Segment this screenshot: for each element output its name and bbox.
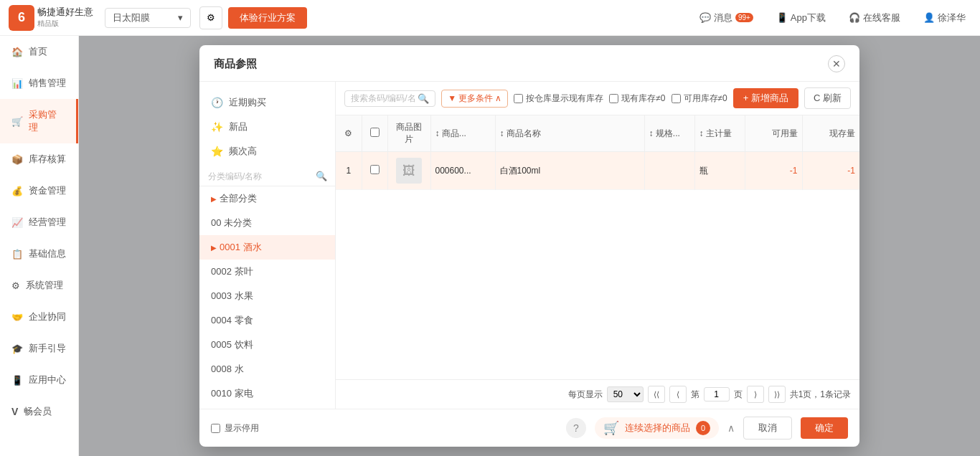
col-checkbox[interactable] [362,115,387,152]
col-name-header[interactable]: ↕ 商品名称 [495,115,644,152]
app-layout: 🏠 首页 📊 销售管理 🛒 采购管理 📦 库存核算 💰 资金管理 📈 经营管理 … [0,36,980,456]
total-records-label: 共1页，1条记录 [790,389,851,401]
sidebar-item-base[interactable]: 📋 基础信息 [0,238,78,270]
sidebar-item-finance[interactable]: 💰 资金管理 [0,175,78,206]
category-0003[interactable]: 0003 水果 [199,284,335,308]
col-code-header[interactable]: ↕ 商品... [430,115,495,152]
show-disabled-checkbox[interactable] [211,424,220,433]
col-spec-header[interactable]: ↕ 规格... [644,115,694,152]
next-page-button[interactable]: ⟩ [747,386,764,403]
branch-dropdown[interactable]: 日太阳膜 ▾ [105,8,191,28]
app-label: App下载 [791,11,826,24]
available-stock-checkbox-label[interactable]: 可用库存≠0 [672,92,727,105]
star-icon: ⭐ [211,146,223,157]
modal-left-panel: 🕐 近期购买 ✨ 新品 ⭐ 频次高 [199,82,336,409]
show-disabled-label[interactable]: 显示停用 [211,422,259,434]
col-avail-header: 可用量 [745,115,802,152]
filter-button[interactable]: ▼ 更多条件 ∧ [441,90,508,108]
service-label: 在线客服 [863,11,900,24]
cancel-button[interactable]: 取消 [743,417,792,440]
app-download-button[interactable]: 📱 App下载 [776,11,826,24]
cart-label: 连续选择的商品 [625,422,690,434]
modal-close-button[interactable]: ✕ [828,55,845,72]
row-image-cell: 🖼 [387,152,430,190]
home-icon: 🏠 [11,47,23,57]
settings-button[interactable]: ⚙ [199,6,222,29]
image-icon: 🖼 [402,163,415,179]
row-checkbox[interactable] [370,165,380,174]
sidebar-label-apps: 应用中心 [29,374,66,386]
per-page-label: 每页显示 [568,389,603,401]
cart-area: 🛒 连续选择的商品 0 [595,417,719,439]
last-page-button[interactable]: ⟩⟩ [768,386,786,403]
category-search-input[interactable] [208,171,316,181]
available-stock-label: 可用库存≠0 [684,92,727,105]
add-product-button[interactable]: + 新增商品 [733,88,798,108]
select-all-checkbox[interactable] [370,128,380,137]
category-0005[interactable]: 0005 饮料 [199,333,335,357]
user-avatar[interactable]: 👤 徐泽华 [923,11,966,24]
row-checkbox-cell[interactable] [362,152,387,190]
first-page-button[interactable]: ⟨⟨ [648,386,665,403]
finance-icon: 💰 [11,186,23,196]
per-page-select[interactable]: 20 50 100 200 [607,386,644,402]
sidebar-item-guide[interactable]: 🎓 新手引导 [0,333,78,364]
sidebar-item-vip[interactable]: V 畅会员 [0,396,78,427]
category-0010[interactable]: 0010 家电 [199,381,335,403]
trial-button[interactable]: 体验行业方案 [228,7,307,29]
category-all[interactable]: ▶ 全部分类 [199,186,335,211]
category-0004[interactable]: 0004 零食 [199,308,335,333]
warehouse-stock-checkbox[interactable] [514,94,523,103]
col-settings[interactable]: ⚙ [336,115,362,152]
prev-page-button[interactable]: ⟨ [669,386,687,403]
available-stock-checkbox[interactable] [672,94,681,103]
sidebar-item-inventory[interactable]: 📦 库存核算 [0,143,78,175]
sidebar-item-operations[interactable]: 📈 经营管理 [0,206,78,238]
confirm-button[interactable]: 确定 [801,417,848,439]
row-stock: -1 [802,152,859,190]
warehouse-stock-checkbox-label[interactable]: 按仓库显示现有库存 [514,92,603,105]
vip-icon: V [11,406,18,417]
modal-right-panel: 🔍 ▼ 更多条件 ∧ 按仓库显示现有库存 [336,82,859,409]
sidebar-item-apps[interactable]: 📱 应用中心 [0,364,78,396]
filter-collapse-icon: ∧ [495,93,501,103]
refresh-button[interactable]: C 刷新 [804,87,851,109]
sidebar-label-guide: 新手引导 [29,342,66,355]
category-0008[interactable]: 0008 水 [199,357,335,381]
quick-frequent[interactable]: ⭐ 频次高 [199,139,335,163]
sidebar-item-sales[interactable]: 📊 销售管理 [0,67,78,99]
category-search-icon[interactable]: 🔍 [316,171,327,181]
category-0002[interactable]: 0002 茶叶 [199,260,335,284]
sidebar-item-purchase[interactable]: 🛒 采购管理 [0,99,78,143]
sidebar-item-collab[interactable]: 🤝 企业协同 [0,301,78,333]
cat-00-label: 00 未分类 [211,217,252,229]
page-label: 第 [691,389,699,401]
table-row[interactable]: 1 🖼 [336,152,859,190]
category-00[interactable]: 00 未分类 [199,211,335,235]
sidebar-label-purchase: 采购管理 [29,108,65,134]
col-unit-header[interactable]: ↕ 主计量 [694,115,745,152]
clock-icon: 🕐 [211,97,223,108]
current-stock-checkbox[interactable] [609,94,618,103]
apps-icon: 📱 [11,375,23,386]
product-search-icon[interactable]: 🔍 [418,93,429,104]
help-button[interactable]: ? [566,418,586,438]
category-list: ▶ 全部分类 00 未分类 ▶ 0001 酒水 0002 茶 [199,186,335,403]
collapse-cart-button[interactable]: ∧ [727,422,735,434]
quick-new-products[interactable]: ✨ 新品 [199,115,335,139]
top-navigation: 6 畅捷通好生意 精品版 日太阳膜 ▾ ⚙ 体验行业方案 💬 消息 99+ 📱 … [0,0,980,36]
customer-service-button[interactable]: 🎧 在线客服 [849,11,900,24]
category-0001[interactable]: ▶ 0001 酒水 [199,235,335,260]
sidebar-item-home[interactable]: 🏠 首页 [0,36,78,67]
current-stock-checkbox-label[interactable]: 现有库存≠0 [609,92,665,105]
message-button[interactable]: 💬 消息 99+ [699,11,753,24]
main-sidebar: 🏠 首页 📊 销售管理 🛒 采购管理 📦 库存核算 💰 资金管理 📈 经营管理 … [0,36,79,456]
product-search-input[interactable] [351,93,415,103]
quick-recent-purchases[interactable]: 🕐 近期购买 [199,90,335,115]
base-icon: 📋 [11,249,23,260]
current-page-input[interactable] [704,387,730,402]
modal-footer: 显示停用 ? 🛒 连续选择的商品 0 ∧ 取消 确定 [199,409,859,447]
quick-new-label: 新品 [229,120,248,133]
sidebar-item-system[interactable]: ⚙ 系统管理 [0,270,78,301]
system-icon: ⚙ [11,280,20,291]
